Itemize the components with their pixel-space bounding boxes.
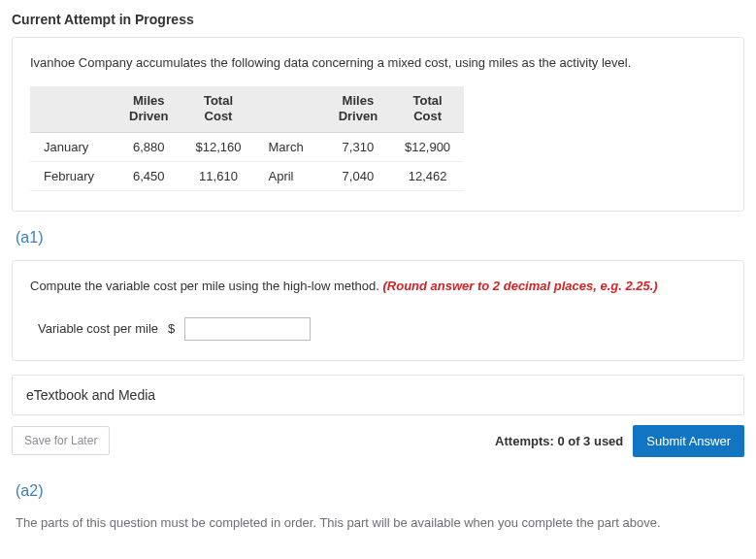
col-total-cost-2: TotalCost [391,86,464,133]
cell-month: April [255,162,325,191]
cell-cost: $12,160 [182,133,255,162]
col-month-1 [30,86,115,133]
rounding-hint: (Round answer to 2 decimal places, e.g. … [382,279,657,293]
cell-cost: 12,462 [391,162,464,191]
attempts-counter: Attempts: 0 of 3 used [495,434,623,448]
submit-answer-button[interactable]: Submit Answer [633,425,744,457]
col-total-cost-1: TotalCost [182,86,255,133]
variable-cost-input[interactable] [184,317,311,341]
etextbook-media-link[interactable]: eTextbook and Media [12,375,744,415]
answer-label: Variable cost per mile [38,321,158,336]
col-miles-driven-1: MilesDriven [115,86,181,133]
col-month-2 [255,86,325,133]
page-title: Current Attempt in Progress [12,12,744,27]
part-a2-label: (a2) [16,482,744,500]
save-for-later-button[interactable]: Save for Later [12,426,110,455]
col-miles-driven-2: MilesDriven [325,86,391,133]
cell-cost: $12,900 [391,133,464,162]
cell-month: February [30,162,115,191]
part-a1-label: (a1) [16,229,744,247]
table-row: February 6,450 11,610 April 7,040 12,462 [30,162,464,191]
table-row: January 6,880 $12,160 March 7,310 $12,90… [30,133,464,162]
cell-miles: 7,310 [325,133,391,162]
part-a2-locked-message: The parts of this question must be compl… [16,513,744,533]
answer-row: Variable cost per mile $ [30,317,726,341]
cell-miles: 6,880 [115,133,181,162]
cell-month: March [255,133,325,162]
question-context-card: Ivanhoe Company accumulates the followin… [12,37,744,212]
cell-miles: 7,040 [325,162,391,191]
intro-text: Ivanhoe Company accumulates the followin… [30,53,726,73]
cell-month: January [30,133,115,162]
currency-symbol: $ [168,321,175,336]
part-a1-prompt: Compute the variable cost per mile using… [30,277,726,296]
data-table: MilesDriven TotalCost MilesDriven TotalC… [30,86,464,192]
cell-cost: 11,610 [182,162,255,191]
cell-miles: 6,450 [115,162,181,191]
attempt-footer: Save for Later Attempts: 0 of 3 used Sub… [12,425,744,457]
part-a1-card: Compute the variable cost per mile using… [12,260,744,361]
